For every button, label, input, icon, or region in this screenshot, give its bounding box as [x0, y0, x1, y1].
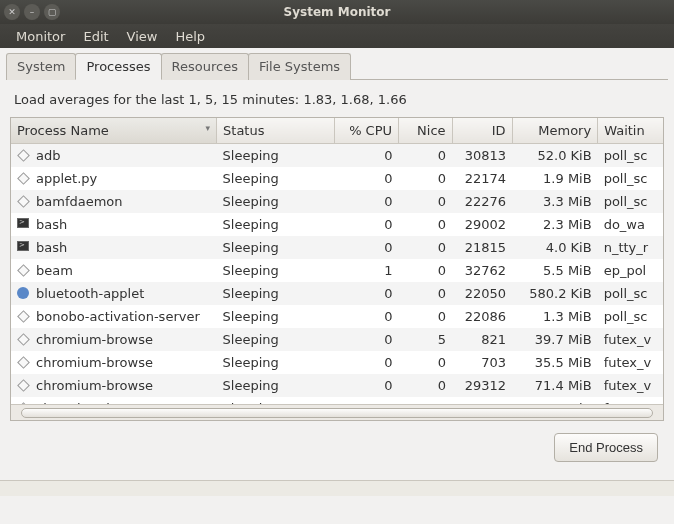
- minimize-icon[interactable]: –: [24, 4, 40, 20]
- tab-system[interactable]: System: [6, 53, 76, 80]
- cell-cpu: 0: [334, 328, 398, 351]
- menu-help[interactable]: Help: [167, 27, 213, 46]
- cell-mem: 4.0 KiB: [512, 236, 598, 259]
- cell-wait: futex_v: [598, 351, 663, 374]
- title-bar: ✕ – ▢ System Monitor: [0, 0, 674, 24]
- cell-nice: 0: [399, 167, 453, 190]
- cell-mem: 5.5 MiB: [512, 259, 598, 282]
- column-header-name[interactable]: Process Name▾: [11, 118, 217, 144]
- tab-resources[interactable]: Resources: [161, 53, 249, 80]
- table-row[interactable]: bonobo-activation-serverSleeping00220861…: [11, 305, 663, 328]
- column-header-id[interactable]: ID: [452, 118, 512, 144]
- table-row[interactable]: bamfdaemonSleeping00222763.3 MiBpoll_sc: [11, 190, 663, 213]
- cell-cpu: 0: [334, 282, 398, 305]
- executable-icon: [17, 333, 31, 347]
- cell-id: 703: [452, 351, 512, 374]
- cell-id: 22276: [452, 190, 512, 213]
- cell-nice: 0: [399, 351, 453, 374]
- cell-mem: 3.3 MiB: [512, 190, 598, 213]
- tab-processes[interactable]: Processes: [75, 53, 161, 80]
- table-row[interactable]: adbSleeping003081352.0 KiBpoll_sc: [11, 144, 663, 168]
- status-bar: [0, 480, 674, 496]
- scrollbar-thumb[interactable]: [21, 408, 653, 418]
- cell-id: 30813: [452, 144, 512, 168]
- cell-status: Sleeping: [217, 328, 335, 351]
- process-name: beam: [36, 263, 73, 278]
- table-row[interactable]: bashSleeping00290022.3 MiBdo_wa: [11, 213, 663, 236]
- cell-status: Sleeping: [217, 190, 335, 213]
- cell-nice: 0: [399, 190, 453, 213]
- menu-monitor[interactable]: Monitor: [8, 27, 73, 46]
- cell-nice: 0: [399, 282, 453, 305]
- terminal-icon: [17, 241, 31, 255]
- menu-edit[interactable]: Edit: [75, 27, 116, 46]
- terminal-icon: [17, 218, 31, 232]
- menu-view[interactable]: View: [119, 27, 166, 46]
- cell-mem: 580.2 KiB: [512, 282, 598, 305]
- cell-mem: 1.9 MiB: [512, 167, 598, 190]
- cell-status: Sleeping: [217, 259, 335, 282]
- column-header-wait[interactable]: Waitin: [598, 118, 663, 144]
- horizontal-scrollbar[interactable]: [11, 404, 663, 420]
- process-name: chromium-browse: [36, 378, 153, 393]
- process-name: bash: [36, 240, 67, 255]
- process-table: Process Name▾Status% CPUNiceIDMemoryWait…: [11, 118, 663, 420]
- cell-nice: 0: [399, 236, 453, 259]
- cell-cpu: 0: [334, 213, 398, 236]
- cell-nice: 0: [399, 374, 453, 397]
- cell-mem: 2.3 MiB: [512, 213, 598, 236]
- cell-nice: 0: [399, 213, 453, 236]
- cell-wait: futex_v: [598, 328, 663, 351]
- table-row[interactable]: applet.pySleeping00221741.9 MiBpoll_sc: [11, 167, 663, 190]
- cell-cpu: 0: [334, 351, 398, 374]
- column-header-nice[interactable]: Nice: [399, 118, 453, 144]
- cell-cpu: 1: [334, 259, 398, 282]
- process-name: applet.py: [36, 171, 97, 186]
- cell-status: Sleeping: [217, 213, 335, 236]
- column-header-cpu[interactable]: % CPU: [334, 118, 398, 144]
- column-header-mem[interactable]: Memory: [512, 118, 598, 144]
- menu-bar: Monitor Edit View Help: [0, 24, 674, 48]
- executable-icon: [17, 379, 31, 393]
- executable-icon: [17, 195, 31, 209]
- cell-wait: n_tty_r: [598, 236, 663, 259]
- cell-wait: poll_sc: [598, 305, 663, 328]
- close-icon[interactable]: ✕: [4, 4, 20, 20]
- cell-wait: poll_sc: [598, 144, 663, 168]
- executable-icon: [17, 356, 31, 370]
- executable-icon: [17, 149, 31, 163]
- table-row[interactable]: bluetooth-appletSleeping0022050580.2 KiB…: [11, 282, 663, 305]
- sort-indicator-icon: ▾: [206, 123, 211, 133]
- table-row[interactable]: chromium-browseSleeping0070335.5 MiBfute…: [11, 351, 663, 374]
- cell-id: 21815: [452, 236, 512, 259]
- cell-wait: futex_v: [598, 374, 663, 397]
- process-name: bash: [36, 217, 67, 232]
- cell-id: 32762: [452, 259, 512, 282]
- cell-id: 821: [452, 328, 512, 351]
- bluetooth-icon: [17, 287, 31, 301]
- column-header-status[interactable]: Status: [217, 118, 335, 144]
- cell-status: Sleeping: [217, 282, 335, 305]
- tab-filesystems[interactable]: File Systems: [248, 53, 351, 80]
- executable-icon: [17, 172, 31, 186]
- cell-nice: 0: [399, 144, 453, 168]
- end-process-button[interactable]: End Process: [554, 433, 658, 462]
- executable-icon: [17, 264, 31, 278]
- process-name: chromium-browse: [36, 355, 153, 370]
- load-average-label: Load averages for the last 1, 5, 15 minu…: [6, 80, 668, 117]
- cell-mem: 35.5 MiB: [512, 351, 598, 374]
- cell-id: 22050: [452, 282, 512, 305]
- cell-status: Sleeping: [217, 351, 335, 374]
- table-row[interactable]: beamSleeping10327625.5 MiBep_pol: [11, 259, 663, 282]
- tab-bar: System Processes Resources File Systems: [6, 52, 668, 80]
- cell-cpu: 0: [334, 144, 398, 168]
- cell-nice: 0: [399, 305, 453, 328]
- table-row[interactable]: chromium-browseSleeping0582139.7 MiBfute…: [11, 328, 663, 351]
- cell-status: Sleeping: [217, 167, 335, 190]
- table-row[interactable]: chromium-browseSleeping002931271.4 MiBfu…: [11, 374, 663, 397]
- cell-nice: 0: [399, 259, 453, 282]
- maximize-icon[interactable]: ▢: [44, 4, 60, 20]
- process-name: bamfdaemon: [36, 194, 123, 209]
- cell-mem: 71.4 MiB: [512, 374, 598, 397]
- table-row[interactable]: bashSleeping00218154.0 KiBn_tty_r: [11, 236, 663, 259]
